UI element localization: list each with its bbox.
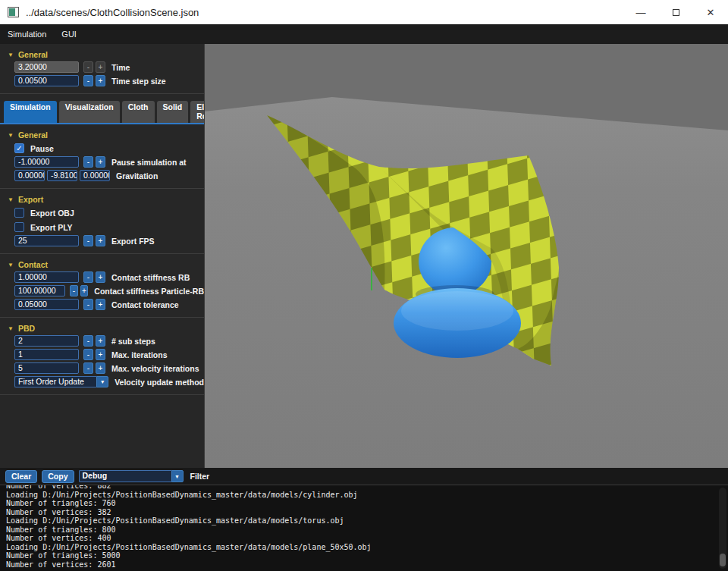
time-step-increment-button[interactable]: +	[96, 75, 105, 86]
tab-visualization[interactable]: Visualization	[59, 101, 120, 123]
section-header-export[interactable]: ▼ Export	[8, 195, 204, 204]
max-iterations-field[interactable]: 1	[14, 349, 79, 360]
separator	[0, 394, 204, 395]
contact-stiffness-particle-field[interactable]: 100.00000	[14, 285, 65, 296]
contact-tolerance-decrement-button[interactable]: -	[83, 299, 93, 310]
time-step-row: 0.00500 - + Time step size	[14, 75, 204, 86]
section-header-general[interactable]: ▼ General	[8, 130, 204, 140]
sub-steps-label: # sub steps	[111, 337, 155, 346]
velocity-update-dropdown[interactable]: First Order Update ▼	[14, 376, 108, 387]
section-header-contact[interactable]: ▼ Contact	[8, 260, 204, 269]
tab-elastic-rod[interactable]: Elastic Rod	[190, 101, 205, 123]
pause-at-increment-button[interactable]: +	[96, 156, 105, 168]
max-iterations-row: 1 - + Max. iterations	[14, 349, 204, 360]
tab-bar: Simulation Visualization Cloth Solid Ela…	[4, 101, 204, 123]
clear-button[interactable]: Clear	[5, 470, 37, 483]
log-line: Number of triangles: 760	[6, 499, 728, 508]
control-panel: ▼ General 3.20000 - + Time 0.00500 - + T…	[0, 44, 205, 468]
contact-tolerance-label: Contact tolerance	[111, 300, 179, 309]
max-iterations-label: Max. iterations	[111, 350, 168, 359]
collapse-arrow-icon: ▼	[8, 132, 14, 139]
log-level-value: Debug	[79, 470, 171, 482]
pause-at-decrement-button[interactable]: -	[83, 156, 93, 168]
export-fps-field[interactable]: 25	[14, 235, 79, 246]
copy-button[interactable]: Copy	[42, 470, 74, 483]
pause-at-row: -1.00000 - + Pause simulation at	[14, 156, 204, 168]
contact-stiffness-particle-label: Contact stiffness Particle-RB	[94, 287, 204, 296]
menu-bar: Simulation GUI	[0, 24, 728, 44]
time-row: 3.20000 - + Time	[14, 61, 204, 73]
export-ply-row: Export PLY	[14, 221, 204, 233]
contact-tolerance-field[interactable]: 0.05000	[14, 299, 79, 310]
pause-at-field[interactable]: -1.00000	[14, 156, 79, 168]
export-fps-increment-button[interactable]: +	[96, 235, 105, 246]
contact-stiffness-rb-label: Contact stiffness RB	[111, 273, 190, 282]
contact-stiffness-rb-decrement-button[interactable]: -	[83, 271, 93, 283]
log-line: Number of triangles: 800	[6, 526, 728, 535]
section-header-pbd[interactable]: ▼ PBD	[8, 324, 204, 333]
tab-cloth[interactable]: Cloth	[122, 101, 155, 123]
max-velocity-iterations-increment-button[interactable]: +	[96, 362, 105, 374]
time-step-field[interactable]: 0.00500	[14, 75, 79, 86]
velocity-update-value: First Order Update	[14, 376, 96, 387]
time-increment-button[interactable]: +	[96, 61, 105, 73]
log-scrollbar-thumb[interactable]	[720, 554, 726, 566]
close-button[interactable]: ✕	[693, 0, 728, 24]
menu-simulation[interactable]: Simulation	[0, 24, 54, 44]
pause-at-label: Pause simulation at	[111, 158, 187, 167]
section-title: Contact	[18, 260, 48, 269]
max-velocity-iterations-label: Max. velocity iterations	[111, 364, 199, 373]
contact-stiffness-rb-field[interactable]: 1.00000	[14, 271, 79, 283]
contact-tolerance-increment-button[interactable]: +	[96, 299, 105, 310]
export-fps-decrement-button[interactable]: -	[83, 235, 93, 246]
time-field[interactable]: 3.20000	[14, 61, 79, 73]
max-velocity-iterations-field[interactable]: 5	[14, 362, 79, 374]
export-fps-label: Export FPS	[111, 237, 155, 246]
gravitation-x-field[interactable]: 0.00000	[14, 170, 45, 181]
maximize-button[interactable]	[658, 0, 693, 24]
pause-checkbox[interactable]: ✓	[14, 143, 24, 153]
separator	[0, 253, 204, 254]
gravitation-row: 0.00000 -9.81000 0.00000 Gravitation	[14, 170, 204, 181]
minimize-button[interactable]: —	[623, 0, 658, 24]
log-line: Loading D:/Uni/Projects/PositionBasedDyn…	[6, 543, 728, 552]
export-obj-checkbox[interactable]	[14, 208, 24, 218]
log-line: Number of vertices: 2601	[6, 560, 728, 569]
tab-solid[interactable]: Solid	[157, 101, 189, 123]
log-output[interactable]: Number of vertices: 882 Loading D:/Uni/P…	[0, 485, 728, 571]
collapse-arrow-icon: ▼	[8, 52, 14, 58]
max-iterations-increment-button[interactable]: +	[96, 349, 105, 360]
export-fps-row: 25 - + Export FPS	[14, 235, 204, 246]
time-step-decrement-button[interactable]: -	[83, 75, 93, 86]
sub-steps-row: 2 - + # sub steps	[14, 335, 204, 347]
contact-stiffness-rb-increment-button[interactable]: +	[96, 271, 105, 283]
contact-stiffness-particle-decrement-button[interactable]: -	[70, 285, 78, 296]
section-title: General	[18, 50, 48, 59]
sub-steps-increment-button[interactable]: +	[96, 335, 105, 347]
sub-steps-field[interactable]: 2	[14, 335, 79, 347]
collapse-arrow-icon: ▼	[8, 262, 14, 268]
gravitation-y-field[interactable]: -9.81000	[47, 170, 77, 181]
window-title: ../data/scenes/ClothCollisionScene.json	[26, 7, 199, 18]
tab-simulation[interactable]: Simulation	[4, 101, 57, 123]
viewport-3d[interactable]	[205, 44, 728, 468]
contact-stiffness-particle-increment-button[interactable]: +	[80, 285, 89, 296]
section-title: Export	[18, 195, 43, 204]
max-velocity-iterations-decrement-button[interactable]: -	[83, 362, 93, 374]
velocity-update-label: Velocity update method	[115, 378, 204, 387]
section-header-general-top[interactable]: ▼ General	[8, 50, 204, 59]
chevron-down-icon: ▼	[171, 470, 184, 482]
max-iterations-decrement-button[interactable]: -	[83, 349, 93, 360]
export-ply-checkbox[interactable]	[14, 222, 24, 232]
gravitation-z-field[interactable]: 0.00000	[80, 170, 110, 181]
log-level-dropdown[interactable]: Debug ▼	[79, 470, 184, 482]
log-toolbar: Clear Copy Debug ▼ Filter	[0, 468, 728, 485]
time-decrement-button[interactable]: -	[83, 61, 93, 73]
menu-gui[interactable]: GUI	[54, 24, 84, 44]
maximize-icon	[673, 9, 679, 16]
collapse-arrow-icon: ▼	[8, 325, 14, 332]
filter-label: Filter	[190, 472, 210, 481]
sub-steps-decrement-button[interactable]: -	[83, 335, 93, 347]
log-scrollbar[interactable]	[719, 488, 726, 569]
main-area: ▼ General 3.20000 - + Time 0.00500 - + T…	[0, 44, 728, 468]
